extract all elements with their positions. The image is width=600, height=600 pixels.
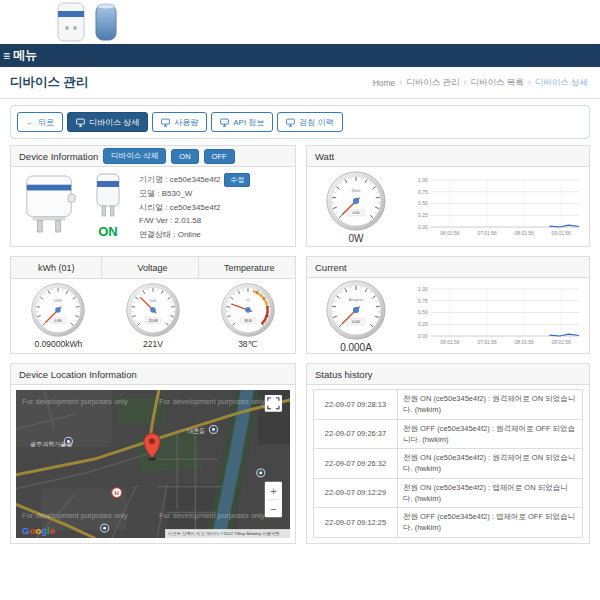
device-state-badge: ON — [89, 224, 127, 239]
svg-text:0.00: 0.00 — [353, 211, 360, 215]
field-model: 모델B530_W — [139, 187, 250, 201]
svg-text:Watt: Watt — [352, 187, 362, 192]
status-history-table: 22-09-07 09:28:13전원 ON (ce50e345e4f2) : … — [313, 389, 583, 538]
status-history-panel: Status history 22-09-07 09:28:13전원 ON (c… — [306, 363, 590, 544]
plug-small-photo — [93, 173, 123, 219]
tab-toolbar: ← 뒤로 디바이스 상세 사용량 API 정보 검침 이력 — [10, 105, 590, 139]
svg-text:kWh: kWh — [54, 298, 62, 303]
table-row: 22-09-07 09:26:32전원 ON (ce50e345e4f2) : … — [314, 449, 583, 479]
svg-text:0.50: 0.50 — [418, 310, 428, 315]
svg-text:1.00: 1.00 — [418, 177, 428, 182]
watt-panel-title: Watt — [315, 151, 334, 162]
svg-text:0.75: 0.75 — [418, 189, 428, 194]
voltage-value: 221V — [143, 339, 163, 349]
tab-api-info[interactable]: API 정보 — [211, 112, 273, 132]
kwh-gauge: kWh 0.090 — [30, 282, 86, 338]
svg-text:For development purposes only: For development purposes only — [159, 511, 265, 520]
kwh-value: 0.09000kWh — [34, 339, 82, 349]
svg-text:06:01:56: 06:01:56 — [440, 230, 459, 235]
zoom-in-button[interactable]: + — [270, 485, 276, 497]
breadcrumb: Home 디바이스 관리 디바이스 목록 디바이스 상세 — [373, 77, 588, 89]
device-info-panel: Device Information 디바이스 삭제 ON OFF — [10, 145, 296, 247]
delete-device-button[interactable]: 디바이스 삭제 — [103, 148, 166, 164]
temperature-column-title: Temperature — [204, 257, 295, 278]
svg-text:0.50: 0.50 — [418, 201, 428, 206]
map-hospital-marker: H — [112, 488, 122, 498]
svg-text:0.090: 0.090 — [55, 319, 63, 323]
breadcrumb-home[interactable]: Home — [373, 78, 396, 88]
tab-usage[interactable]: 사용량 — [152, 112, 207, 132]
field-serial: 시리얼ce50e345e4f2 — [139, 201, 250, 215]
tab-meter-history[interactable]: 검침 이력 — [277, 112, 342, 132]
current-value: 0.000A — [313, 342, 399, 353]
device-fields: 기기명ce50e345e4f2수정 모델B530_W 시리얼ce50e345e4… — [139, 173, 250, 241]
power-off-button[interactable]: OFF — [204, 149, 235, 164]
tab-device-detail[interactable]: 디바이스 상세 — [67, 112, 148, 132]
temperature-value: 38℃ — [238, 339, 257, 349]
svg-text:0.75: 0.75 — [418, 298, 428, 303]
page-header: 디바이스 관리 Home 디바이스 관리 디바이스 목록 디바이스 상세 — [0, 67, 600, 99]
fullscreen-button[interactable] — [265, 395, 282, 412]
table-row: 22-09-07 09:12:29전원 ON (ce50e345e4f2) : … — [314, 478, 583, 508]
display-icon — [76, 118, 85, 127]
svg-text:08:01:56: 08:01:56 — [515, 339, 534, 344]
page-title: 디바이스 관리 — [10, 74, 88, 91]
map-attribution[interactable]: 키보드 단축키 지도 데이터 ©2022 TMap Mobility 이용약관 — [168, 531, 280, 536]
watt-gauge: Watt 0.00 — [325, 170, 387, 232]
svg-text:For development purposes only: For development purposes only — [22, 397, 128, 406]
temperature-gauge: ℃ 38.00 — [220, 282, 276, 338]
map[interactable]: H 광주과학기술원 대촌동 For development purposes o… — [16, 390, 290, 538]
voltage-column-title: Voltage — [107, 257, 198, 278]
svg-text:08:01:56: 08:01:56 — [515, 230, 534, 235]
breadcrumb-device-mgmt[interactable]: 디바이스 관리 — [395, 77, 459, 89]
breadcrumb-device-list[interactable]: 디바이스 목록 — [460, 77, 524, 89]
display-icon — [220, 118, 229, 127]
edit-name-button[interactable]: 수정 — [224, 173, 250, 187]
svg-text:06:01:56: 06:01:56 — [440, 339, 459, 344]
svg-text:07:01:56: 07:01:56 — [477, 339, 496, 344]
watt-value: 0W — [313, 233, 399, 244]
display-icon — [161, 118, 170, 127]
svg-text:1.00: 1.00 — [418, 286, 428, 291]
svg-text:0.000: 0.000 — [352, 320, 360, 324]
svg-text:09:01:56: 09:01:56 — [552, 339, 571, 344]
back-button[interactable]: ← 뒤로 — [17, 112, 63, 132]
current-panel: Current Ampere 0.000 0.000A 0.000.250.50… — [306, 256, 590, 354]
kwh-column-title: kWh (01) — [11, 257, 102, 278]
back-arrow-icon: ← — [26, 118, 34, 127]
watt-panel: Watt Watt 0.00 0W 0.000.250.500.751.0006… — [306, 145, 590, 247]
svg-text:0.25: 0.25 — [418, 213, 428, 218]
zoom-out-button[interactable]: − — [270, 503, 276, 515]
meters-panel: kWh (01) Voltage Temperature kWh 0.090 0… — [10, 256, 296, 354]
current-gauge: Ampere 0.000 — [325, 279, 387, 341]
google-logo: Google — [22, 525, 55, 536]
hamburger-icon[interactable]: ≡ — [3, 49, 10, 63]
menu-bar[interactable]: ≡ 메뉴 — [0, 44, 600, 67]
svg-text:Ampere: Ampere — [348, 296, 364, 301]
svg-text:For development purposes only: For development purposes only — [22, 511, 128, 520]
svg-text:07:01:56: 07:01:56 — [477, 230, 496, 235]
breadcrumb-device-detail: 디바이스 상세 — [524, 77, 588, 89]
status-history-title: Status history — [315, 369, 373, 380]
svg-text:℃: ℃ — [245, 298, 250, 303]
voltage-gauge: Volt 220.88 — [125, 282, 181, 338]
table-row: 22-09-07 09:26:37전원 OFF (ce50e345e4f2) :… — [314, 419, 583, 449]
top-device-photos — [0, 0, 600, 44]
plug-front-photo — [56, 2, 86, 42]
map-label-gist: 광주과학기술원 — [30, 441, 72, 447]
field-connection: 연결상태Online — [139, 228, 250, 242]
field-device-name: 기기명ce50e345e4f2수정 — [139, 173, 250, 187]
svg-text:38.00: 38.00 — [244, 319, 252, 323]
map-label-daechon: 대촌동 — [187, 428, 205, 434]
svg-text:For development purposes only: For development purposes only — [159, 397, 265, 406]
svg-text:Volt: Volt — [150, 298, 157, 303]
plug-blue-photo — [93, 2, 119, 42]
power-on-button[interactable]: ON — [171, 149, 198, 164]
current-chart: 0.000.250.500.751.0006:01:5607:01:5608:0… — [405, 284, 583, 348]
watt-chart: 0.000.250.500.751.0006:01:5607:01:5608:0… — [405, 175, 583, 239]
svg-text:0.00: 0.00 — [418, 333, 428, 338]
table-row: 22-09-07 09:12:25전원 OFF (ce50e345e4f2) :… — [314, 508, 583, 538]
menu-label[interactable]: 메뉴 — [13, 47, 37, 64]
map-zoom-control: + − — [265, 482, 282, 518]
location-panel-title: Device Location Information — [19, 369, 137, 380]
